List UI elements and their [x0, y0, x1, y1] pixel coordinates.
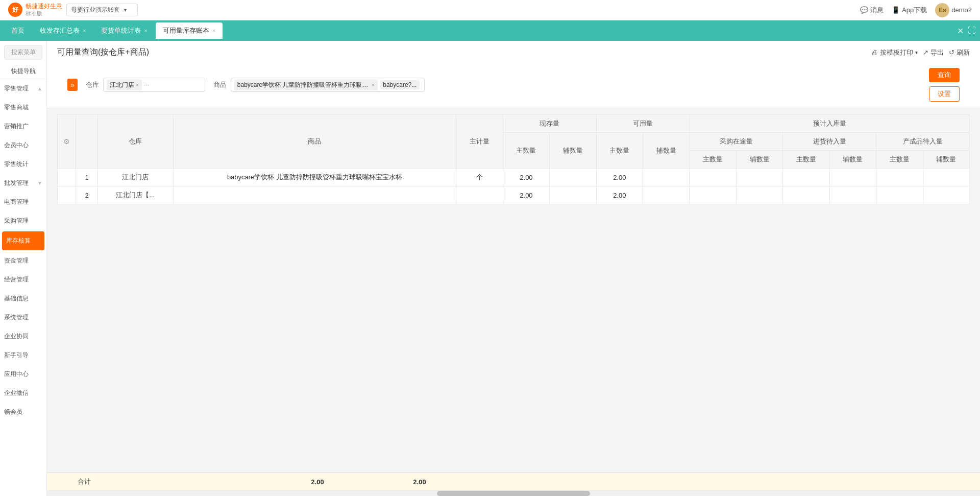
- table-cell: 1: [76, 169, 98, 186]
- sidebar-item-inventory-mgmt[interactable]: 库存核算: [2, 231, 44, 250]
- product-filter-label: 商品: [213, 80, 227, 89]
- sidebar-item-wecom[interactable]: 企业微信: [0, 384, 46, 403]
- sidebar-item-guide[interactable]: 新手引导: [0, 346, 46, 365]
- table-cell: [550, 169, 596, 186]
- th-available-main: 主数量: [596, 133, 643, 169]
- footer-total-label: 合计: [57, 477, 292, 486]
- table-cell: [783, 169, 829, 186]
- table-cell: [643, 169, 690, 186]
- refresh-icon: ↺: [949, 49, 954, 56]
- refresh-btn[interactable]: ↺ 刷新: [949, 48, 970, 57]
- tenant-select[interactable]: 母婴行业演示账套 ▾: [66, 4, 138, 16]
- setting-btn[interactable]: 设置: [929, 86, 960, 102]
- table-cell: 江北门店【...: [98, 186, 174, 204]
- footer-stock-main: 2.00: [292, 478, 343, 486]
- th-stock-aux: 辅数量: [550, 133, 596, 169]
- table-scrollbar[interactable]: [47, 491, 980, 496]
- product-filter-input[interactable]: babycare学饮杯 儿童防摔防撞吸管杯重力球吸嘴杯宝宝水杯 × babyca…: [231, 78, 425, 92]
- sidebar-item-operation[interactable]: 经营管理: [0, 270, 46, 289]
- retail-expand-icon: ▲: [37, 86, 42, 91]
- print-template-btn[interactable]: 🖨 按模板打印 ▾: [871, 48, 918, 57]
- table-cell: [783, 186, 829, 204]
- table-cell: 个: [456, 169, 503, 186]
- sidebar-item-purchase[interactable]: 采购管理: [0, 211, 46, 230]
- warehouse-filter-label: 仓库: [86, 80, 99, 89]
- filter-expand-btn[interactable]: »: [67, 79, 78, 91]
- tab-home[interactable]: 首页: [4, 22, 32, 39]
- export-icon: ↗: [923, 49, 928, 56]
- sidebar-item-retail-mall[interactable]: 零售商城: [0, 98, 46, 117]
- sidebar-item-ecommerce[interactable]: 电商管理: [0, 193, 46, 211]
- table-cell: [550, 186, 596, 204]
- th-incoming-aux: 辅数量: [829, 151, 876, 169]
- table-cell: [923, 186, 969, 204]
- table-cell: 2.00: [503, 169, 549, 186]
- logo-icon: 好: [8, 3, 22, 17]
- page-header: 可用量查询(按仓库+商品) 🖨 按模板打印 ▾ ↗ 导出 ↺ 刷新: [47, 41, 980, 108]
- tab-receipt[interactable]: 收发存汇总表 ×: [33, 22, 93, 39]
- sidebar-item-vip[interactable]: 畅会员: [0, 403, 46, 421]
- table-cell: [173, 186, 456, 204]
- table-cell: 2.00: [596, 186, 643, 204]
- warehouse-more-btn[interactable]: ···: [144, 81, 149, 88]
- th-purchase-aux: 辅数量: [736, 151, 782, 169]
- filter-row: » 仓库 江北门店 × ··· 商品 babycare: [57, 63, 970, 108]
- table-cell: [736, 186, 782, 204]
- th-product: 商品: [173, 115, 456, 169]
- sidebar-item-system[interactable]: 系统管理: [0, 308, 46, 327]
- sidebar-item-member[interactable]: 会员中心: [0, 136, 46, 155]
- sidebar-item-wholesale[interactable]: 批发管理 ▼: [0, 174, 46, 193]
- table-cell: 2.00: [596, 169, 643, 186]
- print-icon: 🖨: [871, 49, 878, 56]
- tab-inventory[interactable]: 可用量库存账本 ×: [156, 22, 223, 39]
- export-btn[interactable]: ↗ 导出: [923, 48, 944, 57]
- remove-warehouse-tag[interactable]: ×: [136, 82, 139, 88]
- table-cell: [58, 186, 76, 204]
- table-cell: [876, 169, 923, 186]
- wholesale-expand-icon: ▼: [37, 180, 42, 186]
- close-inventory-tab[interactable]: ×: [212, 28, 215, 34]
- page-actions: 🖨 按模板打印 ▾ ↗ 导出 ↺ 刷新: [871, 48, 970, 57]
- tab-order[interactable]: 要货单统计表 ×: [94, 22, 154, 39]
- filter-action-buttons: 查询 设置: [929, 68, 960, 102]
- footer-available-main: 2.00: [394, 478, 445, 486]
- table-scrollbar-thumb[interactable]: [437, 491, 590, 496]
- sidebar-item-appstore[interactable]: 应用中心: [0, 365, 46, 384]
- th-incoming-group: 进货待入量: [783, 133, 876, 151]
- table-section: ⚙ 仓库 商品 主计量 现存量 可用量 预计入库量 主数量 辅数量 主数量: [47, 108, 980, 472]
- query-btn[interactable]: 查询: [929, 68, 960, 82]
- user-avatar[interactable]: Ea demo2: [935, 3, 972, 17]
- table-cell: [690, 186, 736, 204]
- table-cell: [829, 169, 876, 186]
- app-download-btn[interactable]: 📱 App下载: [892, 6, 927, 15]
- table-cell: [456, 186, 503, 204]
- sidebar-item-basic[interactable]: 基础信息: [0, 289, 46, 308]
- sidebar-item-retail-stats[interactable]: 零售统计: [0, 155, 46, 174]
- th-purchase-group: 采购在途量: [690, 133, 783, 151]
- table-cell: [829, 186, 876, 204]
- tab-receipt-label: 收发存汇总表: [40, 26, 80, 35]
- warehouse-tag-jiangbei: 江北门店 ×: [107, 80, 142, 90]
- remove-product-tag-1[interactable]: ×: [372, 82, 375, 88]
- search-menu-btn[interactable]: 搜索菜单: [4, 45, 42, 60]
- close-receipt-tab[interactable]: ×: [83, 28, 86, 34]
- th-production-aux: 辅数量: [923, 151, 969, 169]
- sidebar-item-marketing[interactable]: 营销推广: [0, 117, 46, 136]
- close-window-btn[interactable]: ✕: [957, 26, 964, 36]
- sidebar-item-finance[interactable]: 资金管理: [0, 251, 46, 270]
- maximize-window-btn[interactable]: ⛶: [968, 26, 976, 35]
- th-incoming-main: 主数量: [783, 151, 829, 169]
- close-order-tab[interactable]: ×: [144, 28, 147, 34]
- quick-nav-btn[interactable]: 快捷导航: [0, 64, 46, 79]
- sidebar-item-retail[interactable]: 零售管理 ▲: [0, 79, 46, 98]
- warehouse-filter-input[interactable]: 江北门店 × ···: [103, 78, 205, 92]
- th-production-main: 主数量: [876, 151, 923, 169]
- sidebar-item-enterprise[interactable]: 企业协同: [0, 327, 46, 346]
- table-cell: [58, 169, 76, 186]
- table-cell: [736, 169, 782, 186]
- message-btn[interactable]: 💬 消息: [860, 6, 884, 15]
- tab-inventory-label: 可用量库存账本: [163, 26, 209, 35]
- tab-home-label: 首页: [11, 26, 24, 35]
- table-settings-icon[interactable]: ⚙: [63, 137, 70, 146]
- table-cell: [923, 169, 969, 186]
